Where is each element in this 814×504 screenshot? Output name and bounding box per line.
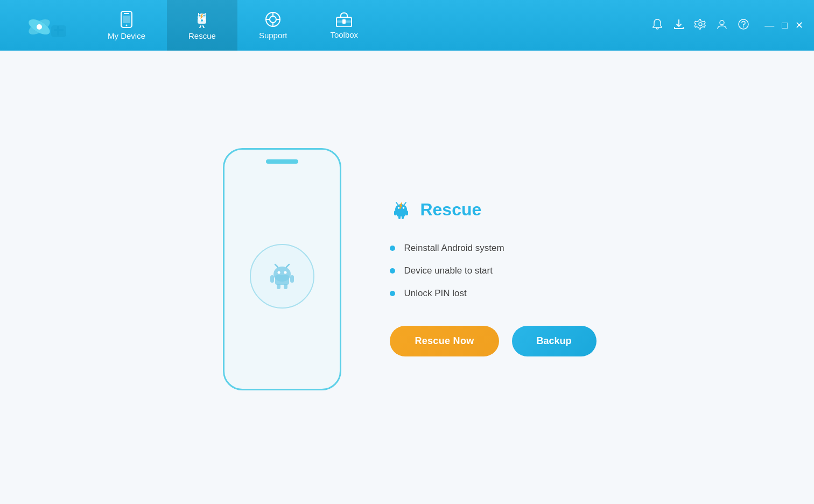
svg-line-35 [286, 264, 289, 267]
svg-rect-14 [198, 13, 199, 15]
titlebar: My Device Rescue [0, 0, 814, 51]
header-right: — □ ✕ [651, 18, 814, 33]
svg-point-19 [270, 16, 276, 23]
rescue-android-icon [390, 199, 412, 221]
tab-support-label: Support [259, 31, 287, 40]
backup-button[interactable]: Backup [512, 326, 597, 356]
svg-line-44 [396, 202, 398, 205]
svg-point-9 [126, 24, 128, 26]
svg-point-27 [699, 23, 702, 26]
tab-rescue[interactable]: Rescue [167, 0, 237, 51]
help-icon[interactable] [738, 18, 749, 33]
nav-tabs: My Device Rescue [86, 0, 651, 51]
svg-rect-15 [205, 13, 206, 15]
close-button[interactable]: ✕ [795, 20, 803, 30]
svg-point-17 [201, 19, 203, 22]
svg-point-32 [278, 271, 280, 274]
svg-rect-10 [123, 16, 130, 23]
logo-area [0, 0, 86, 51]
phone-body [223, 148, 341, 390]
rescue-title: Rescue [420, 200, 481, 220]
feature-item-2: Device unable to start [390, 265, 596, 276]
app-logo [13, 6, 73, 44]
bullet-dot-3 [390, 291, 395, 296]
tab-toolbox[interactable]: Toolbox [308, 0, 380, 51]
svg-rect-48 [405, 211, 408, 215]
main-content: Rescue Reinstall Android system Device u… [0, 51, 814, 504]
svg-rect-37 [270, 275, 274, 283]
settings-icon[interactable] [694, 18, 706, 33]
svg-point-33 [284, 271, 287, 274]
support-icon [265, 11, 281, 27]
svg-point-28 [720, 20, 724, 25]
feature-item-3: Unlock PIN lost [390, 288, 596, 299]
phone-illustration [217, 148, 347, 407]
svg-rect-40 [284, 284, 287, 289]
tab-rescue-label: Rescue [188, 31, 216, 40]
svg-rect-49 [398, 215, 401, 219]
info-panel: Rescue Reinstall Android system Device u… [390, 199, 596, 356]
svg-rect-46 [397, 211, 405, 216]
bullet-dot-1 [390, 246, 395, 251]
tab-support[interactable]: Support [237, 0, 309, 51]
tab-toolbox-label: Toolbox [330, 30, 358, 39]
svg-point-30 [743, 26, 744, 27]
minimize-button[interactable]: — [764, 20, 774, 30]
svg-point-13 [204, 15, 205, 16]
svg-point-12 [199, 15, 201, 16]
svg-rect-39 [277, 284, 280, 289]
feature-label-1: Reinstall Android system [404, 243, 504, 254]
android-robot-icon [266, 260, 298, 292]
svg-point-3 [37, 24, 42, 30]
action-buttons: Rescue Now Backup [390, 326, 596, 356]
svg-rect-36 [275, 275, 289, 285]
svg-rect-50 [402, 215, 404, 219]
tab-my-device[interactable]: My Device [86, 0, 167, 51]
svg-point-42 [398, 207, 400, 209]
download-icon[interactable] [673, 18, 685, 33]
feature-item-1: Reinstall Android system [390, 243, 596, 254]
rescue-title-row: Rescue [390, 199, 596, 221]
bullet-dot-2 [390, 268, 395, 274]
android-circle [250, 244, 314, 309]
svg-rect-38 [290, 275, 294, 283]
feature-label-2: Device unable to start [404, 265, 492, 276]
toolbox-icon [335, 12, 353, 27]
rescue-icon [193, 11, 210, 28]
user-icon[interactable] [716, 18, 728, 33]
feature-label-3: Unlock PIN lost [404, 288, 466, 299]
tab-my-device-label: My Device [108, 31, 145, 40]
svg-line-34 [275, 264, 278, 267]
svg-rect-26 [342, 19, 346, 24]
window-controls: — □ ✕ [764, 20, 803, 30]
svg-rect-47 [394, 211, 397, 215]
svg-line-45 [404, 202, 406, 205]
feature-list: Reinstall Android system Device unable t… [390, 243, 596, 299]
phone-speaker [266, 159, 298, 164]
phone-screen [224, 164, 340, 389]
svg-point-43 [403, 207, 405, 209]
maximize-button[interactable]: □ [782, 20, 788, 30]
bell-icon[interactable] [651, 18, 663, 33]
svg-rect-6 [51, 25, 66, 37]
rescue-now-button[interactable]: Rescue Now [390, 326, 499, 356]
my-device-icon [119, 11, 134, 28]
